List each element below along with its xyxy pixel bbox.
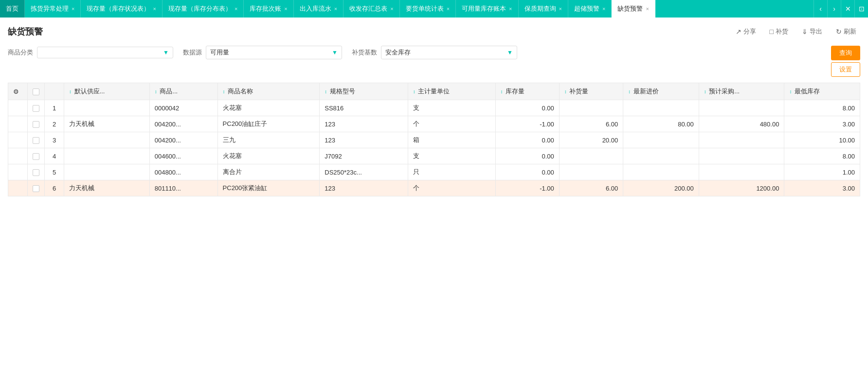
price-column-header[interactable]: ↕ 最新进价 (623, 83, 699, 100)
row-checkbox[interactable] (33, 185, 39, 192)
row-supplier: 力天机械 (64, 116, 150, 132)
table-body: 1 0000042 火花塞 SS816 支 0.00 8.00 2 力天机械 0… (8, 100, 860, 196)
settings-button[interactable]: 设置 (831, 62, 860, 77)
row-price: 200.00 (623, 180, 699, 196)
stock-column-header[interactable]: ↕ 库存量 (495, 83, 559, 100)
nav-item-stock1[interactable]: 现存量（库存状况表） × (81, 0, 162, 18)
row-gear-cell[interactable] (8, 100, 28, 116)
refresh-button[interactable]: ↻ 刷新 (832, 25, 860, 38)
row-code: 004800... (149, 164, 217, 180)
export-label: 导出 (810, 27, 822, 36)
row-checkbox[interactable] (33, 121, 39, 128)
replenish-select[interactable]: 安全库存 ▼ (381, 46, 517, 59)
code-column-header[interactable]: ↕ 商品... (149, 83, 217, 100)
close-icon-available[interactable]: × (509, 6, 512, 12)
nav-item-picking[interactable]: 拣货异常处理 × (25, 0, 81, 18)
supplier-column-header[interactable]: ↕ 默认供应... (64, 83, 150, 100)
nav-item-requisition[interactable]: 要货单统计表 × (400, 0, 456, 18)
row-stock: 0.00 (495, 132, 559, 148)
row-min-stock: 1.00 (784, 164, 860, 180)
row-gear-cell[interactable] (8, 132, 28, 148)
nav-label-batch: 库存批次账 (250, 4, 281, 13)
close-icon-shortage[interactable]: × (646, 6, 649, 12)
row-gear-cell[interactable] (8, 180, 28, 196)
row-checkbox[interactable] (33, 137, 39, 144)
close-icon-batch[interactable]: × (284, 6, 287, 12)
select-all-checkbox[interactable] (33, 88, 39, 95)
name-column-header[interactable]: ↕ 商品名称 (217, 83, 320, 100)
category-select[interactable]: ▼ (37, 47, 173, 58)
row-unit: 箱 (408, 132, 495, 148)
share-button[interactable]: ↗ 分享 (732, 25, 760, 38)
nav-label-overstock: 超储预警 (574, 4, 599, 13)
close-icon-flow[interactable]: × (334, 6, 337, 12)
replenish-button[interactable]: □ 补货 (766, 25, 792, 38)
nav-item-flow[interactable]: 出入库流水 × (294, 0, 344, 18)
close-icon-stock1[interactable]: × (153, 6, 156, 12)
nav-label-home: 首页 (6, 4, 18, 13)
nav-item-summary[interactable]: 收发存汇总表 × (344, 0, 399, 18)
row-gear-cell[interactable] (8, 164, 28, 180)
spec-sort-icon: ↕ (325, 89, 327, 94)
nav-item-home[interactable]: 首页 (0, 0, 25, 18)
nav-close-button[interactable]: ✕ (841, 0, 854, 18)
unit-column-header[interactable]: ↕ 主计量单位 (408, 83, 495, 100)
filter-actions: 查询 设置 (831, 46, 860, 77)
nav-prev-button[interactable]: ‹ (814, 0, 827, 18)
datasource-filter-group: 数据源 可用量 ▼ (183, 46, 342, 59)
close-icon-requisition[interactable]: × (447, 6, 450, 12)
row-checkbox[interactable] (33, 105, 39, 112)
row-spec: 123 (320, 180, 408, 196)
nav-label-stock1: 现存量（库存状况表） (87, 4, 150, 13)
close-icon-overstock[interactable]: × (602, 6, 605, 12)
query-button[interactable]: 查询 (831, 46, 860, 60)
nav-item-shortage[interactable]: 缺货预警 × (612, 0, 655, 18)
close-icon-stock2[interactable]: × (235, 6, 237, 12)
nav-item-overstock[interactable]: 超储预警 × (568, 0, 612, 18)
row-price (623, 132, 699, 148)
row-replenish (559, 148, 623, 164)
row-checkbox-cell[interactable] (28, 180, 45, 196)
datasource-select[interactable]: 可用量 ▼ (206, 46, 342, 59)
row-est-purchase: 480.00 (699, 116, 784, 132)
row-stock: 0.00 (495, 164, 559, 180)
row-name: 三九 (217, 132, 320, 148)
nav-item-available[interactable]: 可用量库存账本 × (456, 0, 518, 18)
replenish-column-header[interactable]: ↕ 补货量 (559, 83, 623, 100)
nav-max-button[interactable]: ⊡ (854, 0, 868, 18)
row-est-purchase: 1200.00 (699, 180, 784, 196)
row-checkbox-cell[interactable] (28, 100, 45, 116)
code-sort-icon: ↕ (155, 89, 157, 94)
row-checkbox-cell[interactable] (28, 164, 45, 180)
row-checkbox[interactable] (33, 153, 39, 160)
row-spec: 123 (320, 116, 408, 132)
row-unit: 个 (408, 180, 495, 196)
export-icon: ⇓ (802, 28, 808, 35)
row-gear-cell[interactable] (8, 148, 28, 164)
row-code: 801110... (149, 180, 217, 196)
row-min-stock: 3.00 (784, 180, 860, 196)
row-gear-cell[interactable] (8, 116, 28, 132)
row-price: 80.00 (623, 116, 699, 132)
row-replenish: 20.00 (559, 132, 623, 148)
min-stock-column-header[interactable]: ↕ 最低库存 (784, 83, 860, 100)
nav-item-stock2[interactable]: 现存量（库存分布表） × (163, 0, 244, 18)
close-icon-expiry[interactable]: × (559, 6, 562, 12)
nav-item-expiry[interactable]: 保质期查询 × (519, 0, 568, 18)
close-icon-picking[interactable]: × (72, 6, 74, 12)
close-icon-summary[interactable]: × (390, 6, 393, 12)
nav-item-batch[interactable]: 库存批次账 × (244, 0, 293, 18)
row-checkbox-cell[interactable] (28, 148, 45, 164)
row-checkbox-cell[interactable] (28, 132, 45, 148)
nav-next-button[interactable]: › (827, 0, 841, 18)
row-checkbox-cell[interactable] (28, 116, 45, 132)
gear-column-header[interactable]: ⚙ (8, 83, 28, 100)
row-supplier (64, 100, 150, 116)
est-purchase-column-header[interactable]: ↕ 预计采购... (699, 83, 784, 100)
row-checkbox[interactable] (33, 169, 39, 176)
export-button[interactable]: ⇓ 导出 (798, 25, 826, 38)
row-code: 004600... (149, 148, 217, 164)
row-stock: 0.00 (495, 100, 559, 116)
filter-row: 商品分类 ▼ 数据源 可用量 ▼ 补货基数 安全库存 ▼ (8, 46, 821, 59)
spec-column-header[interactable]: ↕ 规格型号 (320, 83, 408, 100)
